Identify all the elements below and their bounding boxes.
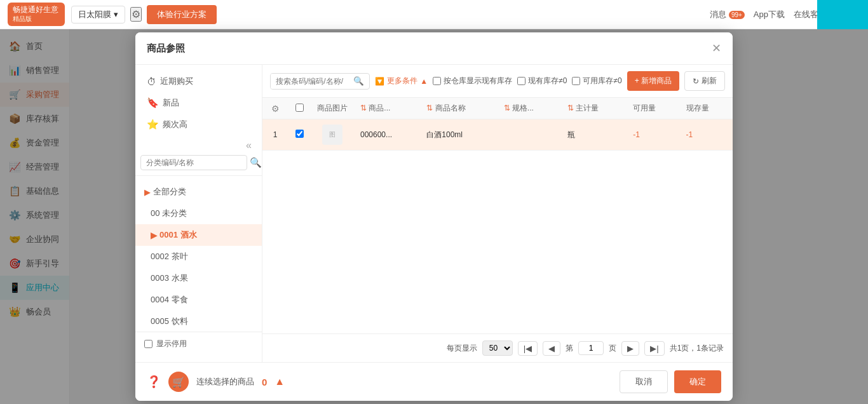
product-search-button[interactable]: 🔍: [348, 76, 369, 86]
table-row[interactable]: 1 图 000600... 白酒100ml: [262, 119, 733, 151]
refresh-button[interactable]: ↻ 刷新: [684, 71, 725, 91]
row-unit: 瓶: [561, 119, 627, 151]
row-stock: -1: [680, 119, 733, 151]
new-icon: 🔖: [147, 97, 159, 109]
current-stock-checkbox[interactable]: [517, 77, 526, 85]
cat-arrow-icon: ▶: [144, 187, 151, 197]
col-header-settings: ⚙: [262, 98, 288, 119]
row-img: 图: [311, 119, 354, 151]
tab-recent[interactable]: ⏱ 近期购买: [140, 71, 257, 91]
prev-page-button[interactable]: ◀: [543, 341, 560, 356]
logo-sub: 精品版: [13, 15, 58, 24]
col-header-check: [288, 98, 311, 119]
total-info: 共1页，1条记录: [670, 343, 724, 354]
refresh-icon: ↻: [693, 77, 699, 86]
cat-0002[interactable]: 0002 茶叶: [135, 246, 262, 267]
active-arrow-icon: ▶: [151, 231, 157, 240]
messages-link[interactable]: 消息 99+: [710, 9, 745, 20]
category-search-bar: 🔍: [135, 155, 262, 176]
logo: 畅捷通好生意 精品版: [8, 3, 65, 25]
row-spec: [498, 119, 561, 151]
row-code: 000600...: [354, 119, 420, 151]
toolbar-right: + 新增商品 ↻ 刷新: [627, 71, 725, 91]
product-search-box: 🔍: [270, 73, 370, 90]
toolbar: 🔍 🔽 更多条件 ▲ 按仓库显示现有库存: [262, 65, 733, 98]
frequent-icon: ⭐: [147, 119, 159, 130]
col-header-stock: 现存量: [680, 98, 733, 119]
first-page-button[interactable]: |◀: [518, 341, 538, 356]
cat-0003[interactable]: 0003 水果: [135, 267, 262, 289]
table-settings-button[interactable]: ⚙: [271, 104, 280, 114]
checkbox-current-stock[interactable]: 现有库存≠0: [517, 76, 567, 86]
sort-icon: ⇅: [360, 104, 367, 112]
panel-collapse-button[interactable]: «: [241, 140, 257, 151]
category-search-input[interactable]: [140, 155, 247, 170]
cat-0001[interactable]: ▶ 0001 酒水: [135, 224, 262, 246]
sort-spec-icon: ⇅: [504, 104, 510, 112]
more-filter-button[interactable]: 🔽 更多条件 ▲: [375, 76, 428, 86]
row-check[interactable]: [288, 119, 311, 151]
col-header-available: 可用量: [627, 98, 679, 119]
tab-frequent[interactable]: ⭐ 频次高: [140, 114, 257, 135]
add-product-button[interactable]: + 新增商品: [627, 71, 679, 91]
checkbox-available-stock[interactable]: 可用库存≠0: [572, 76, 621, 86]
modal-overlay: 商品参照 ✕ ⏱ 近期购买 🔖: [0, 29, 868, 404]
category-list: ▶ 全部分类 00 未分类 ▶ 0001 酒水 0002 茶: [135, 176, 262, 332]
show-disabled-checkbox[interactable]: [144, 340, 153, 348]
close-button[interactable]: ✕: [712, 41, 721, 55]
col-header-spec[interactable]: ⇅ 规格...: [498, 98, 561, 119]
product-search-input[interactable]: [271, 74, 348, 89]
per-page-select[interactable]: 50: [482, 340, 513, 356]
main-content: 商品参照 ✕ ⏱ 近期购买 🔖: [70, 29, 868, 404]
confirm-button[interactable]: 确定: [674, 370, 721, 393]
product-image: 图: [322, 125, 342, 145]
product-table: ⚙ 商品图片: [262, 98, 733, 151]
nav-dropdown[interactable]: 日太阳膜 ▾: [71, 6, 125, 24]
cat-0005[interactable]: 0005 饮料: [135, 311, 262, 332]
recent-icon: ⏱: [147, 76, 156, 87]
next-page-button[interactable]: ▶: [621, 341, 639, 356]
cancel-button[interactable]: 取消: [620, 370, 668, 393]
modal-header: 商品参照 ✕: [135, 32, 733, 65]
cat-00[interactable]: 00 未分类: [135, 203, 262, 224]
left-tabs: ⏱ 近期购买 🔖 新品 ⭐ 频次高: [135, 71, 262, 135]
category-search-button[interactable]: 🔍: [250, 157, 262, 168]
show-disabled-row: 显示停用: [135, 332, 262, 356]
cart-button[interactable]: 🛒: [168, 372, 189, 392]
select-all-checkbox[interactable]: [295, 104, 304, 112]
row-num: 1: [262, 119, 288, 151]
cta-button[interactable]: 体验行业方案: [147, 5, 217, 24]
checkbox-warehouse-stock[interactable]: 按仓库显示现有库存: [433, 76, 512, 86]
cat-all[interactable]: ▶ 全部分类: [135, 181, 262, 203]
footer-collapse-button[interactable]: ▲: [275, 376, 285, 387]
settings-icon[interactable]: ⚙: [130, 7, 142, 22]
right-panel: 🔍 🔽 更多条件 ▲ 按仓库显示现有库存: [262, 65, 733, 362]
col-header-img: 商品图片: [311, 98, 354, 119]
row-name: 白酒100ml: [420, 119, 497, 151]
teal-strip: [817, 0, 868, 29]
layout: 🏠 首页 📊 销售管理 🛒 采购管理 📦 库存核算 💰 资金管理 📈 经营管理 …: [0, 29, 868, 404]
sort-name-icon: ⇅: [426, 104, 433, 112]
chevron-down-icon: ▾: [114, 10, 118, 19]
sort-unit-icon: ⇅: [567, 104, 574, 112]
modal-title: 商品参照: [147, 43, 185, 55]
available-stock-checkbox[interactable]: [572, 77, 580, 85]
app-download-link[interactable]: App下载: [754, 9, 785, 20]
col-header-unit[interactable]: ⇅ 主计量: [561, 98, 627, 119]
logo-text: 畅捷通好生意: [13, 5, 58, 14]
tab-new[interactable]: 🔖 新品: [140, 93, 257, 113]
page-number-input[interactable]: [578, 341, 604, 355]
product-reference-modal: 商品参照 ✕ ⏱ 近期购买 🔖: [135, 32, 733, 401]
cat-0004[interactable]: 0004 零食: [135, 289, 262, 311]
help-icon[interactable]: ❓: [147, 375, 161, 389]
modal-footer: ❓ 🛒 连续选择的商品 0 ▲ 取消 确定: [135, 362, 733, 401]
row-checkbox[interactable]: [295, 130, 304, 138]
col-header-name[interactable]: ⇅ 商品名称: [420, 98, 497, 119]
messages-badge: 99+: [729, 11, 745, 19]
last-page-button[interactable]: ▶|: [644, 341, 664, 356]
warehouse-stock-checkbox[interactable]: [433, 77, 441, 85]
top-nav: 畅捷通好生意 精品版 日太阳膜 ▾ ⚙ 体验行业方案 消息 99+ App下载 …: [0, 0, 868, 29]
row-available: -1: [627, 119, 679, 151]
col-header-code[interactable]: ⇅ 商品...: [354, 98, 420, 119]
product-table-container: ⚙ 商品图片: [262, 98, 733, 333]
